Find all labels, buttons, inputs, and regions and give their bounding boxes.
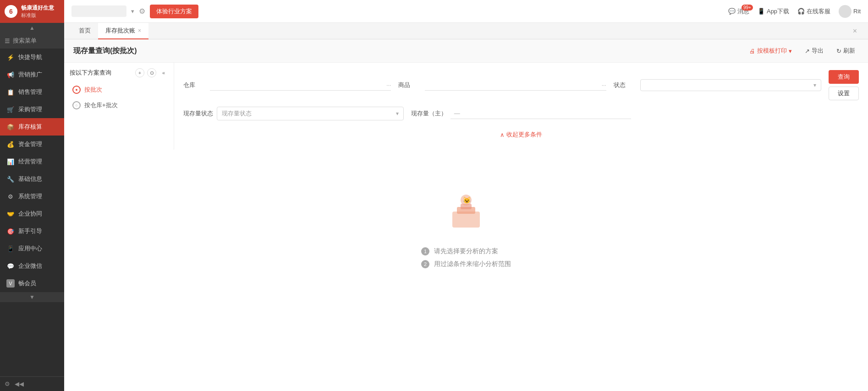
sidebar-item-wechat[interactable]: 💬 企业微信: [0, 257, 64, 275]
trial-btn[interactable]: 体验行业方案: [150, 5, 198, 18]
filter-option-by-warehouse-batch[interactable]: ○ 按仓库+批次: [70, 98, 168, 113]
notification-badge: 99+: [742, 5, 753, 11]
filter-option-warehouse-icon: ○: [72, 101, 81, 109]
export-btn[interactable]: ↗ 导出: [801, 45, 827, 57]
sidebar-item-newbie[interactable]: 🎯 新手引导: [0, 223, 64, 240]
notifications-item[interactable]: 💬 消息 99+: [728, 7, 749, 16]
sidebar-search[interactable]: ☰ 搜索菜单: [0, 33, 64, 49]
page-header-actions: 🖨 按模板打印 ▾ ↗ 导出 ↻ 刷新: [746, 45, 859, 57]
product-label: 商品: [398, 81, 421, 89]
svg-text:😺: 😺: [463, 196, 471, 204]
query-button[interactable]: 查询: [829, 70, 859, 84]
headset-icon: 🎧: [797, 8, 805, 15]
search-icon: ☰: [5, 38, 10, 44]
product-input[interactable]: [425, 81, 601, 88]
sidebar-item-sales[interactable]: 📋 销售管理: [0, 83, 64, 101]
filter-settings-btn[interactable]: ⊙: [147, 68, 156, 77]
refresh-btn[interactable]: ↻ 刷新: [833, 45, 859, 57]
collapse-more-btn[interactable]: ∧ 收起更多条件: [183, 127, 859, 142]
filter-row-1: 仓库 ··· 商品 ···: [183, 70, 859, 100]
empty-state: 😺 1 请先选择要分析的方案 2 用过滤条件来缩小分析范围: [64, 150, 868, 307]
phone-icon: 📱: [758, 8, 765, 15]
filter-field-product: 商品 ···: [398, 80, 606, 91]
tab-home[interactable]: 首页: [71, 23, 98, 39]
page-content: 现存量查询(按批次) 🖨 按模板打印 ▾ ↗ 导出 ↻ 刷新: [64, 39, 868, 391]
topbar-search-input[interactable]: [71, 5, 126, 17]
stock-qty-dash: —: [450, 110, 464, 117]
sidebar-item-membership[interactable]: V 畅会员: [0, 275, 64, 292]
sidebar-item-quick-nav[interactable]: ⚡ 快捷导航: [0, 49, 64, 66]
sales-icon: 📋: [6, 88, 15, 96]
app-download-item[interactable]: 📱 App下载: [758, 7, 789, 16]
topbar-chevron-icon[interactable]: ▾: [131, 8, 134, 15]
sidebar-item-inventory[interactable]: 📦 库存核算: [0, 118, 64, 136]
filter-field-stock-qty: 现存量（主） —: [411, 108, 632, 119]
warehouse-label: 仓库: [183, 81, 206, 89]
sidebar-item-enterprise[interactable]: 🤝 企业协同: [0, 205, 64, 223]
online-service-item[interactable]: 🎧 在线客服: [797, 7, 830, 16]
sidebar-scroll-up[interactable]: ▲: [0, 23, 64, 33]
wechat-icon: 💬: [6, 262, 15, 270]
user-profile[interactable]: Rit: [839, 5, 861, 18]
system-icon: ⚙: [6, 192, 15, 201]
page-header: 现存量查询(按批次) 🖨 按模板打印 ▾ ↗ 导出 ↻ 刷新: [64, 39, 868, 63]
filter-option-by-batch[interactable]: ● 按批次: [70, 82, 168, 98]
sidebar-bottom: ⚙ ◀◀: [0, 376, 64, 391]
topbar: ▾ ⚙ 体验行业方案 💬 消息 99+ 📱 App下载 🎧 在线客服 Rit: [64, 0, 868, 23]
sidebar-item-marketing[interactable]: 📢 营销推广: [0, 66, 64, 83]
marketing-icon: 📢: [6, 71, 15, 79]
svg-rect-0: [452, 212, 480, 228]
stock-qty-input-wrap: —: [450, 108, 632, 119]
tab-area-close-btn[interactable]: ×: [849, 27, 861, 35]
stock-status-arrow-icon: ▾: [396, 110, 399, 117]
sidebar-item-purchase[interactable]: 🛒 采购管理: [0, 101, 64, 118]
tab-close-icon[interactable]: ×: [138, 27, 141, 34]
empty-illustration: 😺: [443, 186, 489, 234]
tip-num-2: 2: [421, 260, 429, 268]
app-center-icon: 📱: [6, 244, 15, 253]
warehouse-input[interactable]: [210, 81, 386, 88]
page-title: 现存量查询(按批次): [73, 46, 137, 56]
filter-sidebar-title: 按以下方案查询 + ⊙ «: [70, 68, 168, 77]
stock-status-select-label: 现存量状态: [222, 109, 396, 118]
sidebar-scroll-down[interactable]: ▼: [0, 292, 64, 302]
filter-field-stock-status: 现存量状态 现存量状态 ▾: [183, 107, 404, 120]
newbie-icon: 🎯: [6, 227, 15, 235]
filter-sidebar: 按以下方案查询 + ⊙ « ● 按批次 ○ 按仓库+批次: [64, 63, 174, 150]
sidebar-item-finance[interactable]: 💰 资金管理: [0, 136, 64, 153]
empty-tips: 1 请先选择要分析的方案 2 用过滤条件来缩小分析范围: [421, 244, 511, 270]
settings-bottom-icon[interactable]: ⚙: [5, 380, 10, 387]
product-more-icon[interactable]: ···: [602, 82, 606, 88]
settings-button[interactable]: 设置: [829, 87, 859, 100]
tip-num-1: 1: [421, 247, 429, 255]
filter-row-2: 现存量状态 现存量状态 ▾ 现存量（主） —: [183, 107, 859, 120]
sidebar-item-operations[interactable]: 📊 经营管理: [0, 153, 64, 170]
sidebar-item-basic-info[interactable]: 🔧 基础信息: [0, 170, 64, 188]
message-icon: 💬: [728, 8, 736, 15]
sidebar: 6 畅康通好生意 标准版 ▲ ☰ 搜索菜单 ⚡ 快捷导航 📢 营销推广 📋 销售…: [0, 0, 64, 391]
collapse-more-arrow-icon: ∧: [500, 131, 505, 138]
warehouse-more-icon[interactable]: ···: [386, 82, 391, 88]
app-name: 畅康通好生意 标准版: [21, 4, 54, 19]
inventory-icon: 📦: [6, 123, 15, 131]
collapse-sidebar-icon[interactable]: ◀◀: [15, 380, 24, 387]
tabbar: 首页 库存批次账 × ×: [64, 23, 868, 39]
refresh-icon: ↻: [836, 48, 841, 54]
quick-nav-icon: ⚡: [6, 53, 15, 61]
empty-tip-2: 2 用过滤条件来缩小分析范围: [421, 257, 511, 270]
operations-icon: 📊: [6, 157, 15, 166]
tab-inventory-batch[interactable]: 库存批次账 ×: [98, 23, 148, 39]
filter-collapse-btn[interactable]: «: [159, 68, 168, 77]
product-input-wrap: ···: [425, 80, 606, 91]
stock-status-select[interactable]: 现存量状态 ▾: [217, 107, 404, 120]
export-icon: ↗: [805, 48, 810, 54]
filter-add-btn[interactable]: +: [135, 68, 144, 77]
sidebar-item-app-center[interactable]: 📱 应用中心: [0, 240, 64, 257]
filter-sidebar-icons: + ⊙ «: [135, 68, 168, 77]
status-select[interactable]: ▾: [640, 79, 821, 91]
topbar-right: 💬 消息 99+ 📱 App下载 🎧 在线客服 Rit: [728, 5, 861, 18]
topbar-gear-icon[interactable]: ⚙: [139, 7, 145, 16]
filter-field-status: 状态 ▾: [614, 79, 821, 91]
print-btn[interactable]: 🖨 按模板打印 ▾: [746, 45, 796, 57]
sidebar-item-system[interactable]: ⚙ 系统管理: [0, 188, 64, 205]
